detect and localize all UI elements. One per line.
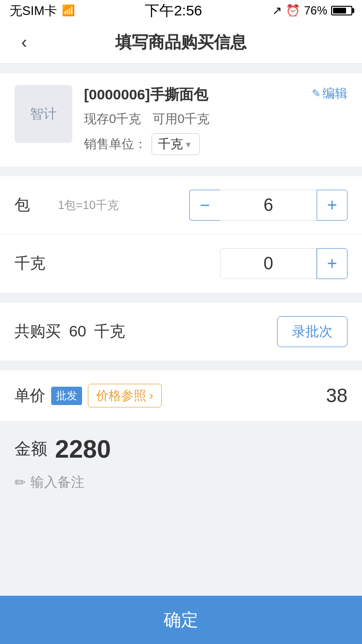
total-section: 共购买 60 千克 录批次 [0,303,362,361]
price-value: 38 [326,385,348,406]
status-bar: 无SIM卡 📶 下午2:56 ↗ ⏰ 76% [0,0,362,21]
product-image: 智计 [14,85,72,143]
bag-minus-button[interactable]: − [189,190,220,221]
back-button[interactable]: ‹ [10,28,39,57]
kg-quantity-input[interactable] [220,248,317,279]
alarm-icon: ⏰ [286,4,300,17]
bag-label: 包 [14,195,53,216]
battery-icon [331,6,352,15]
bag-row: 包 1包=10千克 − + [0,176,362,235]
note-row[interactable]: ✏ 输入备注 [14,473,348,491]
product-name: [0000006]手撕面包 [84,85,208,105]
location-icon: ↗ [272,4,282,17]
amount-value: 2280 [55,434,111,463]
page-title: 填写商品购买信息 [115,31,247,54]
bag-quantity-input[interactable] [220,190,317,221]
amount-section: 金额 2280 ✏ 输入备注 [0,421,362,537]
status-carrier: 无SIM卡 📶 [10,2,75,19]
record-batch-button[interactable]: 录批次 [277,316,348,347]
bag-section: 包 1包=10千克 − + 千克 + [0,176,362,293]
note-placeholder: 输入备注 [30,473,84,491]
product-unit: 销售单位： 千克 ▾ [84,133,348,155]
bag-plus-button[interactable]: + [317,190,348,221]
amount-row: 金额 2280 [14,434,348,463]
product-card: 智计 [0000006]手撕面包 ✎ 编辑 现存0千克 可用0千克 销售单位： … [0,73,362,167]
unit-select[interactable]: 千克 ▾ [152,133,200,155]
confirm-button[interactable]: 确定 [0,596,362,644]
bag-sublabel: 1包=10千克 [58,197,119,213]
product-stock: 现存0千克 可用0千克 [84,111,348,127]
kg-row: 千克 + [0,235,362,293]
battery-percent: 76% [304,4,327,17]
edit-button[interactable]: ✎ 编辑 [312,85,348,102]
kg-plus-button[interactable]: + [317,248,348,279]
kg-quantity-control: + [220,248,348,279]
bag-quantity-control: − + [189,190,348,221]
price-ref-button[interactable]: 价格参照 › [88,384,162,407]
status-right: ↗ ⏰ 76% [272,4,352,17]
price-row: 单价 批发 价格参照 › 38 [14,384,348,407]
kg-label: 千克 [14,253,53,274]
price-section: 单价 批发 价格参照 › 38 [0,370,362,421]
amount-label: 金额 [14,438,47,460]
pencil-icon: ✏ [14,475,26,490]
wifi-icon: 📶 [62,4,75,17]
confirm-label: 确定 [164,608,198,632]
batch-tag: 批发 [51,387,82,405]
total-amount: 60 [69,322,86,340]
product-info: [0000006]手撕面包 ✎ 编辑 现存0千克 可用0千克 销售单位： 千克 … [84,85,348,155]
total-text: 共购买 60 千克 [14,321,125,342]
nav-bar: ‹ 填写商品购买信息 [0,21,362,64]
status-time: 下午2:56 [145,1,202,21]
price-label: 单价 批发 价格参照 › [14,384,162,407]
